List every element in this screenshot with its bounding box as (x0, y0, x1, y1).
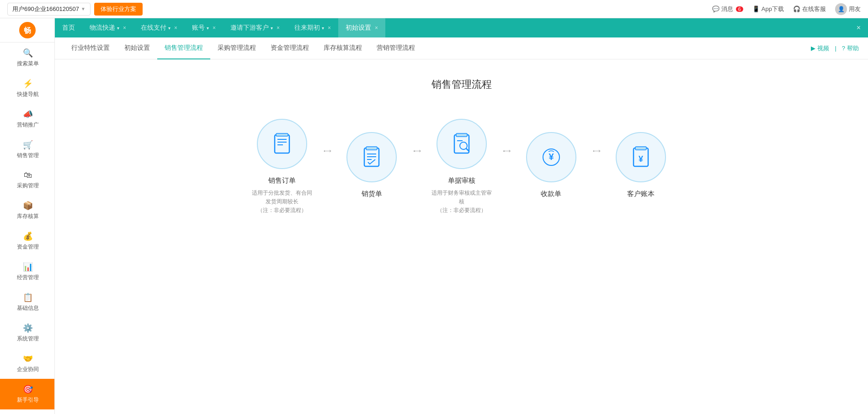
nav-tab-logistics[interactable]: 物流快递 ▾ × (82, 18, 133, 37)
enterprise-collab-icon: 🤝 (23, 354, 33, 364)
nav-tab-account-label: 账号 (192, 24, 205, 32)
sub-tab-purchase-flow-label: 采购管理流程 (218, 44, 256, 51)
sidebar-label-marketing: 营销推广 (17, 121, 39, 129)
sidebar-label-quick-nav: 快捷导航 (17, 90, 39, 98)
svg-rect-13 (456, 133, 467, 137)
sidebar-item-inventory[interactable]: 📦 库存核算 (0, 195, 54, 226)
doc-review-circle[interactable] (437, 119, 487, 169)
finance-icon: 💰 (23, 231, 33, 241)
flow-section: 销售管理流程 销售订单 (55, 59, 868, 234)
svg-rect-2 (275, 135, 289, 153)
divider: | (835, 45, 836, 52)
user-avatar-item[interactable]: 👤 用友 (835, 3, 861, 15)
nav-close-all-button[interactable]: × (849, 24, 868, 32)
purchase-icon: 🛍 (24, 170, 32, 180)
sales-delivery-circle[interactable] (346, 132, 397, 182)
sidebar-label-system: 系统管理 (17, 335, 39, 343)
sidebar-item-purchase-mgmt[interactable]: 🛍 采购管理 (0, 165, 54, 195)
flow-step-doc-review: 单据审核 适用于财务审核或主管审核（注：非必要流程） (425, 119, 498, 215)
customer-ledger-icon: ¥ (629, 145, 653, 169)
sub-tab-marketing-flow-label: 营销管理流程 (377, 44, 415, 51)
customer-service-item[interactable]: 🎧 在线客服 (793, 5, 826, 13)
sub-tab-industry-settings[interactable]: 行业特性设置 (64, 37, 117, 59)
sub-tab-purchase-flow[interactable]: 采购管理流程 (210, 37, 263, 59)
sub-tab-marketing-flow[interactable]: 营销管理流程 (369, 37, 422, 59)
nav-tab-account[interactable]: 账号 ▾ × (185, 18, 223, 37)
headset-icon: 🎧 (793, 5, 800, 12)
message-item[interactable]: 💬 消息 6 (712, 5, 743, 13)
message-icon: 💬 (712, 5, 719, 12)
receipt-circle[interactable]: ¥ (526, 132, 576, 182)
inventory-icon: 📦 (23, 201, 33, 211)
quick-nav-icon: ⚡ (23, 79, 33, 89)
sub-tab-industry-settings-label: 行业特性设置 (71, 44, 110, 51)
user-label: 用户690企业1660120507 (12, 5, 79, 13)
video-label: 视频 (817, 44, 829, 53)
video-help-item[interactable]: ▶ 视频 (811, 44, 829, 53)
sidebar-item-system-mgmt[interactable]: ⚙️ 系统管理 (0, 318, 54, 348)
sidebar-label-enterprise: 企业协同 (17, 366, 39, 373)
sales-order-circle[interactable] (257, 119, 307, 169)
sidebar-item-marketing-promo[interactable]: 📣 营销推广 (0, 104, 54, 134)
nav-tab-initial-setup-label: 初始设置 (346, 24, 371, 32)
sidebar-item-new-guide[interactable]: 🎯 新手引导 (0, 379, 54, 409)
sub-tab-initial-setup[interactable]: 初始设置 (117, 37, 157, 59)
marketing-icon: 📣 (23, 109, 33, 119)
sub-tab-inventory-flow[interactable]: 库存核算流程 (316, 37, 369, 59)
flow-arrow-1: ···→ (323, 145, 330, 157)
receipt-icon: ¥ (539, 145, 563, 169)
sidebar: 畅 🔍 搜索菜单 ⚡ 快捷导航 📣 营销推广 🛒 销售管理 🛍 采购管理 📦 库… (0, 18, 55, 414)
account-arrow-icon: ▾ (207, 26, 209, 31)
customer-service-label: 在线客服 (802, 5, 826, 13)
nav-tab-period-label: 往来期初 (294, 24, 320, 32)
nav-tab-logistics-label: 物流快递 (90, 24, 115, 32)
flow-step-sales-order: 销售订单 适用于分批发货、有合同发货周期较长（注：非必要流程） (245, 119, 319, 215)
period-close-icon[interactable]: × (328, 25, 331, 31)
initial-setup-close-icon[interactable]: × (375, 25, 378, 31)
sales-order-icon (270, 132, 294, 156)
nav-tab-home[interactable]: 首页 (55, 18, 82, 37)
operations-icon: 📊 (23, 262, 33, 272)
sidebar-item-enterprise-collab[interactable]: 🤝 企业协同 (0, 348, 54, 379)
sidebar-item-finance[interactable]: 💰 资金管理 (0, 226, 54, 256)
nav-tab-online-pay-label: 在线支付 (141, 24, 166, 32)
nav-tabs: 首页 物流快递 ▾ × 在线支付 ▾ × 账号 ▾ × 邀请下游客户 ▾ × (55, 18, 868, 37)
logistics-close-icon[interactable]: × (123, 25, 126, 31)
page-content: 行业特性设置 初始设置 销售管理流程 采购管理流程 资金管理流程 库存核算流程 (55, 37, 868, 414)
nav-tab-period-init[interactable]: 往来期初 ▾ × (287, 18, 338, 37)
flow-arrow-3: ···→ (503, 145, 510, 157)
sub-tab-finance-flow[interactable]: 资金管理流程 (263, 37, 316, 59)
user-selector[interactable]: 用户690企业1660120507 ▼ (7, 3, 91, 16)
online-pay-close-icon[interactable]: × (174, 25, 177, 31)
app-download-item[interactable]: 📱 App下载 (752, 5, 784, 13)
message-label: 消息 (721, 5, 733, 13)
flow-step-customer-ledger: ¥ 客户账本 (604, 132, 677, 202)
sidebar-item-sales-mgmt[interactable]: 🛒 销售管理 (0, 134, 54, 165)
nav-tab-online-pay[interactable]: 在线支付 ▾ × (133, 18, 185, 37)
help-item[interactable]: ? 帮助 (842, 44, 859, 53)
help-icon: ? (842, 45, 845, 52)
nav-tab-initial-setup[interactable]: 初始设置 × (338, 18, 385, 37)
account-close-icon[interactable]: × (213, 25, 216, 31)
basic-info-icon: 📋 (23, 292, 33, 303)
message-badge: 6 (736, 6, 743, 12)
sidebar-item-operations[interactable]: 📊 经营管理 (0, 256, 54, 287)
nav-tab-invite-downstream[interactable]: 邀请下游客户 ▾ × (223, 18, 287, 37)
flow-arrow-2: ···→ (413, 145, 420, 157)
sidebar-logo: 畅 (0, 18, 54, 42)
sales-icon: 🛒 (23, 140, 33, 150)
sidebar-item-app-center[interactable]: 📱 应用中心 (0, 409, 54, 414)
sidebar-label-search: 搜索菜单 (17, 60, 39, 68)
sidebar-item-search[interactable]: 🔍 搜索菜单 (0, 42, 54, 73)
invite-close-icon[interactable]: × (277, 25, 280, 31)
sales-order-desc: 适用于分批发货、有合同发货周期较长（注：非必要流程） (250, 189, 314, 215)
trial-button[interactable]: 体验行业方案 (94, 3, 143, 16)
customer-ledger-circle[interactable]: ¥ (616, 132, 666, 182)
nav-tab-invite-label: 邀请下游客户 (230, 24, 269, 32)
sub-tab-sales-flow[interactable]: 销售管理流程 (157, 37, 210, 59)
sidebar-item-quick-nav[interactable]: ⚡ 快捷导航 (0, 73, 54, 104)
sidebar-item-basic-info[interactable]: 📋 基础信息 (0, 287, 54, 318)
brand-logo-icon: 畅 (19, 22, 36, 38)
invite-arrow-icon: ▾ (271, 26, 273, 31)
flow-title: 销售管理流程 (73, 78, 850, 91)
